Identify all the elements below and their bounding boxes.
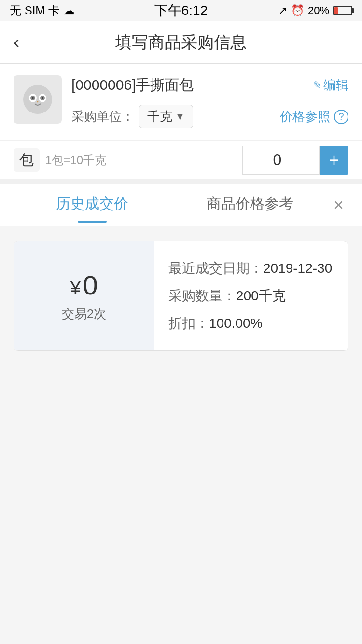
price-reference-button[interactable]: 价格参照 ? <box>280 108 348 125</box>
tab-history-label: 历史成交价 <box>56 196 128 211</box>
status-right: ↗ ⏰ 20% <box>278 4 352 17</box>
product-unit-row: 采购单位： 千克 ▼ 价格参照 ? <box>71 105 348 128</box>
svg-point-5 <box>32 97 34 99</box>
quantity-unit-label: 包 <box>14 148 40 172</box>
battery-percent: 20% <box>308 4 329 17</box>
product-header: [0000006]手撕面包 ✎ 编辑 <box>71 75 348 95</box>
quantity-conversion: 1包=10千克 <box>45 153 106 168</box>
tab-close-button[interactable]: × <box>329 195 348 215</box>
product-logo-icon <box>21 83 55 116</box>
currency-symbol: ¥ <box>70 277 81 298</box>
product-image <box>14 75 62 124</box>
detail-recent-date: 最近成交日期：2019-12-30 <box>168 259 334 278</box>
status-left: 无 SIM 卡 ☁ <box>10 3 75 18</box>
quantity-row: 包 1包=10千克 + <box>0 140 362 179</box>
unit-value: 千克 <box>147 108 172 125</box>
trade-count: 交易2次 <box>62 306 106 322</box>
alarm-icon: ⏰ <box>291 4 304 17</box>
price-value: 0 <box>83 270 98 300</box>
purchase-qty-label: 采购数量： <box>168 288 236 303</box>
product-info: [0000006]手撕面包 ✎ 编辑 采购单位： 千克 ▼ 价格参照 ? <box>71 75 348 128</box>
svg-point-0 <box>23 85 52 114</box>
status-bar: 无 SIM 卡 ☁ 下午6:12 ↗ ⏰ 20% <box>0 0 362 21</box>
content-area: ¥0 交易2次 最近成交日期：2019-12-30 采购数量：200千克 折扣：… <box>0 226 362 468</box>
edit-button[interactable]: ✎ 编辑 <box>313 77 348 94</box>
sim-status: 无 SIM 卡 ☁ <box>10 3 75 18</box>
recent-date-label: 最近成交日期： <box>168 261 263 276</box>
location-icon: ↗ <box>278 4 287 17</box>
detail-discount: 折扣：100.00% <box>168 314 334 333</box>
product-name: [0000006]手撕面包 <box>71 75 194 95</box>
status-time: 下午6:12 <box>154 1 208 20</box>
edit-icon: ✎ <box>313 79 321 92</box>
back-button[interactable]: ‹ <box>14 32 19 53</box>
unit-label: 采购单位： <box>71 108 134 125</box>
tabs-container: 历史成交价 商品价格参考 × <box>0 184 362 226</box>
help-icon: ? <box>334 110 348 124</box>
product-top: [0000006]手撕面包 ✎ 编辑 采购单位： 千克 ▼ 价格参照 ? <box>14 75 348 128</box>
unit-selector-group: 采购单位： 千克 ▼ <box>71 105 193 128</box>
svg-point-6 <box>42 97 43 99</box>
quantity-plus-button[interactable]: + <box>320 146 348 175</box>
detail-purchase-qty: 采购数量：200千克 <box>168 286 334 305</box>
page-title: 填写商品采购信息 <box>115 31 247 54</box>
unit-dropdown-arrow-icon: ▼ <box>175 111 185 122</box>
discount-value: 100.00% <box>209 316 263 331</box>
quantity-input-group: + <box>242 146 348 175</box>
price-display: ¥0 <box>70 269 97 301</box>
tab-history-price[interactable]: 历史成交价 <box>14 194 171 216</box>
edit-label: 编辑 <box>323 77 348 94</box>
recent-date-value: 2019-12-30 <box>263 261 332 276</box>
purchase-qty-value: 200千克 <box>236 288 286 303</box>
unit-select[interactable]: 千克 ▼ <box>139 105 193 128</box>
history-card: ¥0 交易2次 最近成交日期：2019-12-30 采购数量：200千克 折扣：… <box>14 241 348 351</box>
section-divider <box>0 179 362 184</box>
nav-bar: ‹ 填写商品采购信息 <box>0 21 362 64</box>
tab-price-reference[interactable]: 商品价格参考 <box>171 194 328 216</box>
product-card: [0000006]手撕面包 ✎ 编辑 采购单位： 千克 ▼ 价格参照 ? <box>0 64 362 140</box>
quantity-left: 包 1包=10千克 <box>14 148 106 172</box>
price-ref-label: 价格参照 <box>280 108 330 125</box>
tab-price-ref-label: 商品价格参考 <box>207 196 293 211</box>
quantity-input[interactable] <box>242 146 320 175</box>
card-price-summary: ¥0 交易2次 <box>14 241 154 350</box>
battery-icon <box>333 6 352 15</box>
card-details: 最近成交日期：2019-12-30 采购数量：200千克 折扣：100.00% <box>154 241 348 350</box>
discount-label: 折扣： <box>168 316 209 331</box>
plus-icon: + <box>329 150 339 170</box>
